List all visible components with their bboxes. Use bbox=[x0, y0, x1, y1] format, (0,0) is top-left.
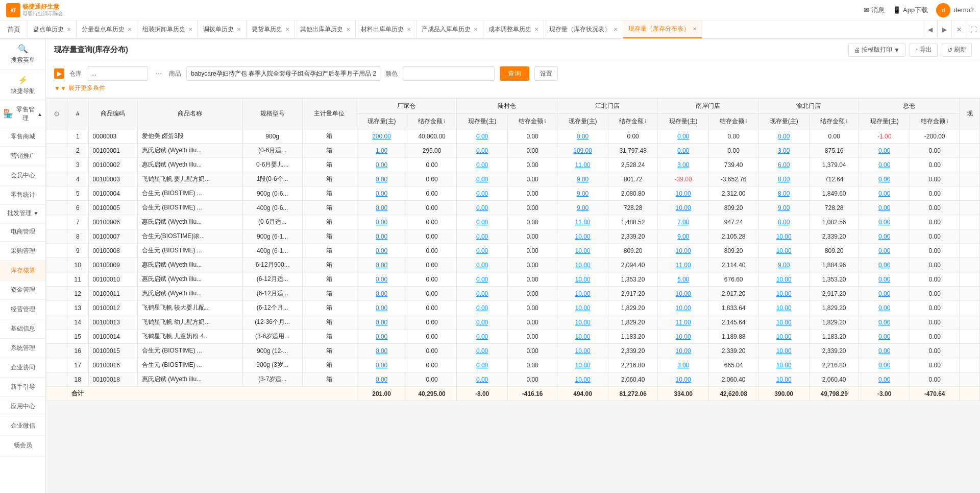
luj-qty[interactable]: 0.00 bbox=[457, 215, 508, 229]
tab-产成品入库单历史[interactable]: 产成品入库单历史 ✕ bbox=[416, 20, 483, 38]
na-qty[interactable]: 0.00 bbox=[658, 129, 709, 144]
sidebar-item-retail-mgmt[interactable]: 🏪 零售管理 ▲ bbox=[0, 101, 45, 127]
sidebar-item-quicknav[interactable]: ⚡ 快捷导航 bbox=[0, 70, 45, 101]
yb-qty[interactable]: 6.00 bbox=[758, 158, 810, 172]
color-input[interactable] bbox=[403, 66, 495, 81]
yb-qty[interactable]: 9.00 bbox=[758, 258, 810, 272]
tot-qty[interactable]: 0.00 bbox=[859, 344, 910, 358]
yb-qty[interactable]: 10.00 bbox=[758, 372, 810, 387]
na-qty[interactable]: 10.00 bbox=[658, 372, 709, 387]
tab-close-all[interactable]: ✕ bbox=[951, 20, 966, 39]
luj-qty[interactable]: 0.00 bbox=[457, 186, 508, 201]
query-btn[interactable]: 查询 bbox=[500, 66, 529, 81]
tab-分量盘点单历史[interactable]: 分量盘点单历史 ✕ bbox=[77, 20, 137, 38]
jb-qty[interactable]: 11.00 bbox=[557, 215, 608, 229]
filter-toggle-btn[interactable]: ▶ bbox=[54, 68, 64, 79]
tab-盘点单历史[interactable]: 盘点单历史 ✕ bbox=[28, 20, 77, 38]
tot-qty[interactable]: 0.00 bbox=[859, 258, 910, 272]
fac-qty[interactable]: 0.00 bbox=[356, 244, 407, 258]
jb-qty[interactable]: 10.00 bbox=[557, 372, 608, 387]
yb-qty[interactable]: 0.00 bbox=[758, 129, 810, 144]
jb-qty[interactable]: 11.00 bbox=[557, 158, 608, 172]
jb-qty[interactable]: 10.00 bbox=[557, 315, 608, 330]
sidebar-item-basic-info[interactable]: 基础信息 bbox=[0, 319, 45, 339]
luj-qty[interactable]: 0.00 bbox=[457, 372, 508, 387]
na-qty[interactable]: 11.00 bbox=[658, 258, 709, 272]
fac-qty[interactable]: 0.00 bbox=[356, 258, 407, 272]
na-qty[interactable]: 3.00 bbox=[658, 358, 709, 372]
tot-qty[interactable]: 0.00 bbox=[859, 330, 910, 344]
luj-qty[interactable]: 0.00 bbox=[457, 344, 508, 358]
tab-close-分布[interactable]: ✕ bbox=[693, 26, 697, 32]
luj-qty[interactable]: 0.00 bbox=[457, 301, 508, 315]
sidebar-item-member[interactable]: 会员中心 bbox=[0, 166, 45, 185]
jb-qty[interactable]: 9.00 bbox=[557, 172, 608, 186]
warehouse-input[interactable] bbox=[87, 66, 148, 81]
fac-qty[interactable]: 0.00 bbox=[356, 186, 407, 201]
tab-调拨单历史[interactable]: 调拨单历史 ✕ bbox=[198, 20, 247, 38]
tot-qty[interactable]: 0.00 bbox=[859, 172, 910, 186]
tot-qty[interactable]: 0.00 bbox=[859, 186, 910, 201]
sidebar-item-system[interactable]: 系统管理 bbox=[0, 339, 45, 358]
sidebar-item-marketing[interactable]: 营销推广 bbox=[0, 147, 45, 166]
yb-qty[interactable]: 10.00 bbox=[758, 330, 810, 344]
yb-qty[interactable]: 8.00 bbox=[758, 215, 810, 229]
fac-qty[interactable]: 1.00 bbox=[356, 144, 407, 158]
yb-qty[interactable]: 3.00 bbox=[758, 144, 810, 158]
tot-qty[interactable]: 0.00 bbox=[859, 372, 910, 387]
luj-qty[interactable]: 0.00 bbox=[457, 244, 508, 258]
info-icon-tot[interactable]: ℹ bbox=[946, 119, 948, 124]
fac-qty[interactable]: 0.00 bbox=[356, 330, 407, 344]
yb-qty[interactable]: 10.00 bbox=[758, 229, 810, 244]
sidebar-item-purchase[interactable]: 采购管理 bbox=[0, 242, 45, 261]
na-qty[interactable]: 10.00 bbox=[658, 301, 709, 315]
yb-qty[interactable]: 8.00 bbox=[758, 186, 810, 201]
tab-close-调拨[interactable]: ✕ bbox=[237, 27, 241, 32]
th-settings[interactable]: ⚙ bbox=[46, 99, 67, 129]
sidebar-item-retail-mall[interactable]: 零售商城 bbox=[0, 127, 45, 147]
sidebar-item-collab[interactable]: 企业协同 bbox=[0, 358, 45, 378]
tab-maximize[interactable]: ⛶ bbox=[966, 20, 980, 39]
jb-qty[interactable]: 10.00 bbox=[557, 301, 608, 315]
tot-qty[interactable]: 0.00 bbox=[859, 144, 910, 158]
jb-qty[interactable]: 10.00 bbox=[557, 272, 608, 287]
yb-qty[interactable]: 10.00 bbox=[758, 358, 810, 372]
setting-btn[interactable]: 设置 bbox=[534, 66, 558, 81]
yb-qty[interactable]: 10.00 bbox=[758, 315, 810, 330]
jb-qty[interactable]: 10.00 bbox=[557, 330, 608, 344]
sidebar-item-appcenter[interactable]: 应用中心 bbox=[0, 397, 45, 416]
fac-qty[interactable]: 0.00 bbox=[356, 272, 407, 287]
sidebar-item-weixin[interactable]: 企业微信 bbox=[0, 416, 45, 436]
tab-close-材料[interactable]: ✕ bbox=[407, 27, 411, 32]
na-qty[interactable]: 10.00 bbox=[658, 186, 709, 201]
product-input[interactable] bbox=[186, 66, 380, 81]
fac-qty[interactable]: 0.00 bbox=[356, 372, 407, 387]
fac-qty[interactable]: 0.00 bbox=[356, 215, 407, 229]
luj-qty[interactable]: 0.00 bbox=[457, 330, 508, 344]
jb-qty[interactable]: 9.00 bbox=[557, 201, 608, 215]
fac-qty[interactable]: 0.00 bbox=[356, 301, 407, 315]
luj-qty[interactable]: 0.00 bbox=[457, 272, 508, 287]
sidebar-item-operation[interactable]: 经营管理 bbox=[0, 300, 45, 319]
luj-qty[interactable]: 0.00 bbox=[457, 287, 508, 301]
sidebar-item-finance[interactable]: 资金管理 bbox=[0, 280, 45, 300]
refresh-btn[interactable]: ↺ 刷新 bbox=[942, 43, 972, 57]
yb-qty[interactable]: 10.00 bbox=[758, 301, 810, 315]
na-qty[interactable]: 3.00 bbox=[658, 158, 709, 172]
tot-qty[interactable]: -1.00 bbox=[859, 129, 910, 144]
jb-qty[interactable]: 10.00 bbox=[557, 344, 608, 358]
tab-scroll-right[interactable]: ▶ bbox=[937, 20, 951, 39]
luj-qty[interactable]: 0.00 bbox=[457, 201, 508, 215]
luj-qty[interactable]: 0.00 bbox=[457, 144, 508, 158]
sidebar-item-inventory[interactable]: 库存核算 bbox=[0, 261, 45, 280]
luj-qty[interactable]: 0.00 bbox=[457, 258, 508, 272]
yb-qty[interactable]: 10.00 bbox=[758, 287, 810, 301]
tab-close-成本[interactable]: ✕ bbox=[534, 27, 538, 32]
na-qty[interactable]: 10.00 bbox=[658, 201, 709, 215]
tab-要货单历史[interactable]: 要货单历史 ✕ bbox=[247, 20, 295, 38]
tab-close-组装[interactable]: ✕ bbox=[188, 27, 192, 32]
yb-qty[interactable]: 10.00 bbox=[758, 344, 810, 358]
na-qty[interactable]: 10.00 bbox=[658, 287, 709, 301]
tab-close-分量[interactable]: ✕ bbox=[128, 27, 132, 32]
na-qty[interactable]: 9.00 bbox=[658, 229, 709, 244]
